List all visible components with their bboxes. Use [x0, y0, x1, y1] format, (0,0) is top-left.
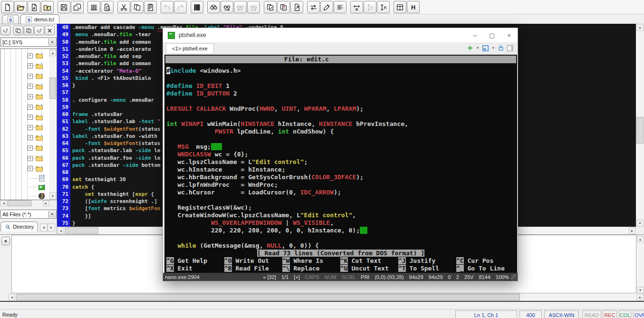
reformat-button[interactable]	[307, 1, 320, 13]
file-tab-untitled[interactable]: S	[2, 15, 19, 24]
window-titlebar[interactable]: ptshell.exe – ▢ ×	[163, 28, 518, 42]
tree-folder-row[interactable]: +	[0, 143, 43, 153]
tree-vscrollbar[interactable]: ▲▼	[49, 49, 57, 200]
find-replace-button[interactable]	[221, 1, 233, 13]
tree-folder-row[interactable]: +	[0, 51, 43, 60]
html-toolbar-button[interactable]: H	[407, 1, 420, 13]
copy-append-button[interactable]	[24, 26, 34, 35]
drive-select[interactable]: [C:] SYS ▼	[0, 38, 57, 47]
sort-lines-button[interactable]	[334, 1, 346, 13]
expand-plus-icon[interactable]: +	[28, 94, 33, 99]
expand-plus-icon[interactable]: +	[28, 63, 33, 68]
remove-spaces-button[interactable]	[350, 1, 363, 13]
editor-hscroll-thumb[interactable]	[65, 227, 98, 234]
expand-plus-icon[interactable]: +	[28, 105, 33, 110]
export-button[interactable]	[290, 1, 303, 13]
active-console-icon[interactable]	[482, 45, 489, 52]
column-mode-button[interactable]	[191, 1, 203, 13]
tree-file-row-tcl-script[interactable]	[0, 191, 46, 200]
tree-folder-row[interactable]: +	[0, 71, 43, 81]
convert-line-breaks-button[interactable]	[377, 1, 390, 13]
scroll-up-icon[interactable]: ▲	[49, 49, 56, 56]
tree-vscroll-thumb[interactable]	[49, 77, 56, 99]
tree-folder-row[interactable]: +	[0, 102, 43, 112]
close-button[interactable]: ×	[500, 28, 518, 42]
chevron-down-icon[interactable]: ▼	[48, 211, 56, 218]
output-hscrollbar[interactable]: ◄ ►	[8, 293, 644, 301]
chevron-down-icon[interactable]	[476, 46, 480, 50]
expand-plus-icon[interactable]: +	[28, 166, 33, 171]
terminal[interactable]: GNU nano 2.5.3 File: edit.c [ Read 73 li…	[164, 55, 517, 274]
expand-plus-icon[interactable]: +	[28, 156, 33, 161]
output-vscrollbar[interactable]: ▲ ▼	[636, 235, 644, 294]
tree-folder-row[interactable]: +	[0, 164, 43, 173]
scroll-right-icon[interactable]: ►	[629, 227, 635, 234]
paste-button[interactable]	[144, 1, 157, 13]
remove-blank-lines-button[interactable]	[364, 1, 376, 13]
redo-button[interactable]	[174, 1, 187, 13]
scroll-up-icon[interactable]: ▲	[636, 24, 644, 31]
print-button[interactable]	[87, 1, 100, 13]
save-all-button[interactable]	[71, 1, 84, 13]
resize-grip[interactable]	[511, 274, 517, 280]
open-file-button[interactable]	[14, 1, 27, 13]
tree-folder-row[interactable]: +	[0, 113, 43, 122]
expand-plus-icon[interactable]: +	[28, 84, 33, 89]
tree-hscroll-thumb[interactable]	[8, 200, 31, 206]
panel-sync-button[interactable]	[34, 26, 44, 35]
tree-folder-row[interactable]: +	[0, 154, 43, 163]
window-panes-button[interactable]	[394, 1, 406, 13]
editor-vscroll-thumb[interactable]	[636, 117, 644, 144]
tree-folder-row[interactable]: +	[0, 133, 43, 143]
scroll-left-icon[interactable]: ◄	[0, 200, 7, 206]
scroll-right-icon[interactable]: ►	[43, 200, 49, 206]
panel-tab-next-icon[interactable]: ►	[48, 223, 55, 231]
editor-vscrollbar[interactable]: ▲ ▼	[636, 24, 644, 227]
chevron-down-icon[interactable]	[491, 46, 495, 50]
scroll-left-icon[interactable]: ◄	[9, 294, 15, 300]
new-console-plus-icon[interactable]	[467, 45, 473, 51]
expand-plus-icon[interactable]: +	[28, 53, 33, 58]
scroll-down-icon[interactable]: ▼	[636, 220, 644, 227]
reopen-file-button[interactable]	[41, 1, 54, 13]
expand-plus-icon[interactable]: +	[28, 74, 33, 79]
panel-tab-prev-icon[interactable]: ◄	[40, 223, 48, 231]
panel-close-button[interactable]	[45, 26, 55, 35]
tab-directory[interactable]: Directory	[0, 222, 38, 231]
directory-tree[interactable]: ++++++++++++▲▼	[0, 48, 57, 200]
split-pane-icon[interactable]	[507, 45, 514, 52]
chevron-down-icon[interactable]: ▼	[48, 39, 56, 46]
find-button[interactable]	[207, 1, 220, 13]
save-file-button[interactable]	[58, 1, 70, 13]
tree-folder-row[interactable]: +	[0, 123, 43, 132]
tab-console-1[interactable]: <1> ptshell.exe	[166, 43, 214, 53]
scroll-left-icon[interactable]: ◄	[58, 227, 64, 234]
scroll-down-icon[interactable]: ▼	[637, 287, 644, 293]
scroll-right-icon[interactable]: ►	[637, 294, 644, 300]
tree-folder-row[interactable]: +	[0, 92, 43, 101]
output-hscroll-thumb[interactable]	[16, 294, 520, 300]
lock-icon[interactable]	[498, 45, 504, 51]
tree-file-row-package[interactable]	[0, 183, 46, 192]
expand-plus-icon[interactable]: +	[28, 115, 33, 120]
expand-plus-icon[interactable]: +	[28, 125, 33, 130]
panel-refresh-button[interactable]	[0, 26, 10, 35]
copy-button[interactable]	[131, 1, 144, 13]
file-tab-demo.tcl[interactable]: Sdemo.tcl	[20, 14, 59, 24]
tree-file-row-document[interactable]	[0, 173, 46, 183]
code-format-button[interactable]	[320, 1, 333, 13]
tree-hscrollbar[interactable]: ◄ ►	[0, 200, 49, 207]
find-next-button[interactable]	[247, 1, 260, 13]
expand-plus-icon[interactable]: +	[28, 135, 33, 140]
copy-result-button[interactable]	[264, 1, 277, 13]
copy-list-button[interactable]	[13, 26, 23, 35]
tree-folder-row[interactable]: +	[0, 82, 43, 91]
scroll-down-icon[interactable]: ▼	[49, 193, 56, 199]
print-preview-button[interactable]	[101, 1, 114, 13]
tree-folder-row[interactable]: +	[0, 61, 43, 71]
undo-button[interactable]	[161, 1, 173, 13]
minimize-button[interactable]: –	[466, 28, 483, 42]
find-previous-button[interactable]	[234, 1, 247, 13]
filter-select[interactable]: All Files (*.*) ▼	[0, 210, 57, 219]
expand-plus-icon[interactable]: +	[28, 145, 33, 151]
